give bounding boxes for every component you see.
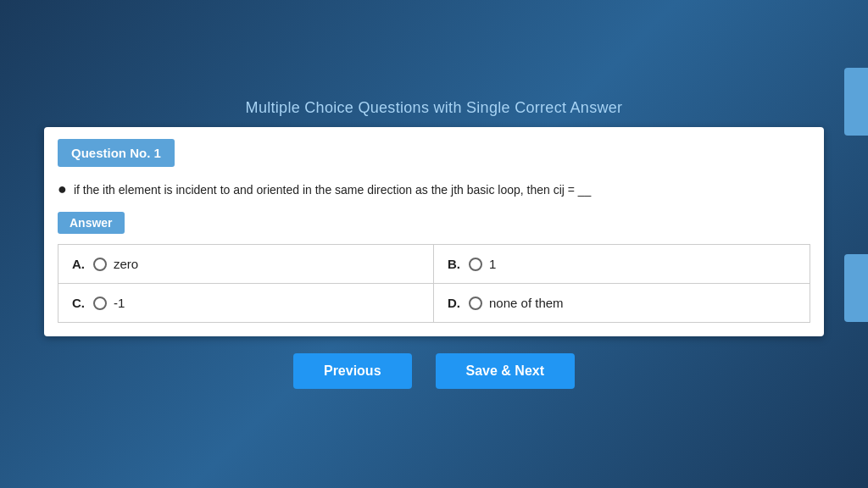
option-c-radio[interactable] [93, 297, 107, 310]
main-container: Multiple Choice Questions with Single Co… [44, 99, 824, 389]
save-next-button[interactable]: Save & Next [436, 353, 576, 389]
option-b-key: B. [448, 257, 460, 271]
option-d-key: D. [448, 296, 460, 310]
option-c-text: -1 [114, 296, 125, 310]
bullet-icon: ● [58, 180, 67, 198]
option-d-radio[interactable] [469, 297, 482, 310]
card-spacer [44, 323, 824, 336]
right-tab-bottom [844, 254, 868, 322]
buttons-row: Previous Save & Next [293, 353, 575, 389]
option-d[interactable]: D. none of them [434, 284, 810, 322]
option-b-radio[interactable] [469, 258, 482, 271]
option-a[interactable]: A. zero [58, 245, 434, 284]
answer-section: Answer A. zero B. 1 C. -1 [44, 212, 824, 323]
answer-label: Answer [58, 212, 125, 234]
question-body: if the ith element is incident to and or… [74, 183, 592, 197]
question-text-row: ● if the ith element is incident to and … [44, 175, 824, 212]
option-a-key: A. [72, 257, 85, 271]
page-title: Multiple Choice Questions with Single Co… [246, 99, 623, 117]
option-d-text: none of them [489, 296, 564, 310]
question-number: Question No. 1 [58, 139, 175, 167]
previous-button[interactable]: Previous [293, 353, 412, 389]
option-c-key: C. [72, 296, 85, 310]
option-a-radio[interactable] [93, 258, 107, 271]
option-a-text: zero [114, 257, 138, 271]
right-tab-top [844, 68, 868, 136]
options-grid: A. zero B. 1 C. -1 D. none of [58, 244, 810, 323]
question-card: Question No. 1 ● if the ith element is i… [44, 127, 824, 336]
option-b[interactable]: B. 1 [434, 245, 810, 284]
option-c[interactable]: C. -1 [58, 284, 434, 322]
option-b-text: 1 [489, 257, 496, 271]
